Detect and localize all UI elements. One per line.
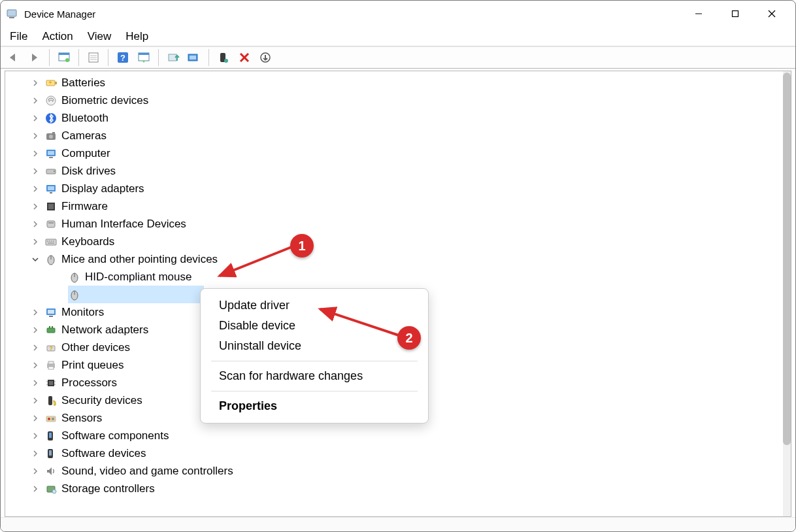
tree-item[interactable]: Software components bbox=[5, 427, 783, 444]
tree-item[interactable]: Display adapters bbox=[5, 180, 783, 197]
svg-rect-60 bbox=[49, 326, 50, 328]
chevron-right-icon[interactable] bbox=[30, 431, 41, 441]
chevron-right-icon[interactable] bbox=[30, 237, 41, 247]
svg-rect-48 bbox=[53, 241, 54, 242]
tree-item-label: Other devices bbox=[61, 339, 130, 356]
svg-rect-39 bbox=[50, 192, 52, 193]
cm-disable-device[interactable]: Disable device bbox=[201, 316, 428, 336]
show-hidden-button[interactable] bbox=[55, 48, 73, 67]
tree-item[interactable]: Bluetooth bbox=[5, 109, 783, 127]
help-button[interactable]: ? bbox=[114, 48, 132, 67]
tree-item[interactable]: Software devices bbox=[5, 444, 783, 462]
chevron-right-icon[interactable] bbox=[30, 360, 41, 371]
display-icon bbox=[44, 182, 58, 195]
chevron-right-icon[interactable] bbox=[30, 395, 41, 406]
svg-rect-45 bbox=[47, 241, 48, 242]
scan-hardware-button[interactable] bbox=[185, 48, 203, 67]
chevron-right-icon[interactable] bbox=[30, 113, 41, 124]
scrollbar[interactable] bbox=[783, 71, 791, 516]
cm-scan-hardware[interactable]: Scan for hardware changes bbox=[201, 366, 428, 386]
cm-properties[interactable]: Properties bbox=[201, 396, 428, 416]
tree-child-item[interactable]: HID-compliant mouse bbox=[5, 268, 783, 286]
chevron-right-icon[interactable] bbox=[30, 184, 41, 194]
tree-item[interactable]: Batteries bbox=[5, 74, 783, 91]
chevron-right-icon[interactable] bbox=[30, 95, 41, 106]
svg-rect-59 bbox=[47, 328, 55, 333]
svg-rect-44 bbox=[46, 239, 56, 245]
tree-item-label: Software components bbox=[61, 427, 169, 444]
uninstall-device-button[interactable] bbox=[235, 48, 254, 67]
svg-rect-33 bbox=[48, 151, 54, 155]
tree-item-label: Human Interface Devices bbox=[61, 215, 186, 233]
toolbar-separator bbox=[108, 49, 108, 66]
tree-item-label: Sensors bbox=[61, 409, 102, 427]
tree-item[interactable]: Firmware bbox=[5, 197, 783, 215]
chevron-right-icon[interactable] bbox=[30, 448, 41, 459]
svg-text:?: ? bbox=[49, 345, 53, 352]
chevron-right-icon[interactable] bbox=[30, 484, 41, 494]
keyboard-icon bbox=[44, 235, 58, 248]
svg-rect-58 bbox=[49, 316, 53, 317]
mouse-icon bbox=[68, 271, 81, 284]
cm-update-driver[interactable]: Update driver bbox=[201, 295, 428, 316]
svg-rect-65 bbox=[48, 361, 54, 364]
menu-action[interactable]: Action bbox=[42, 30, 73, 43]
tree-item[interactable]: Sound, video and game controllers bbox=[5, 462, 783, 480]
svg-rect-66 bbox=[48, 367, 54, 369]
chevron-right-icon[interactable] bbox=[30, 325, 41, 335]
chevron-right-icon[interactable] bbox=[30, 342, 41, 353]
tree-item[interactable]: Cameras bbox=[5, 127, 783, 144]
scrollbar-thumb[interactable] bbox=[783, 73, 791, 445]
chevron-right-icon[interactable] bbox=[30, 466, 41, 476]
svg-rect-47 bbox=[51, 241, 52, 242]
chevron-right-icon[interactable] bbox=[30, 131, 41, 141]
tree-item[interactable]: Keyboards bbox=[5, 233, 783, 250]
device-manager-window: Device Manager File Action View Help ? bbox=[0, 0, 796, 532]
minimize-button[interactable] bbox=[680, 1, 717, 27]
chevron-right-icon[interactable] bbox=[30, 166, 41, 176]
properties-button[interactable] bbox=[84, 48, 103, 67]
chevron-right-icon[interactable] bbox=[30, 307, 41, 318]
tree-item[interactable]: Storage controllers bbox=[5, 480, 783, 497]
svg-rect-41 bbox=[48, 204, 54, 209]
forward-button[interactable] bbox=[25, 48, 44, 67]
add-legacy-button[interactable] bbox=[256, 48, 274, 67]
cm-separator bbox=[211, 391, 418, 391]
chevron-down-icon[interactable] bbox=[30, 254, 41, 265]
svg-rect-57 bbox=[48, 310, 54, 314]
tree-item[interactable]: Biometric devices bbox=[5, 91, 783, 109]
options-button[interactable] bbox=[135, 48, 153, 67]
chevron-right-icon[interactable] bbox=[30, 148, 41, 159]
tree-item[interactable]: Computer bbox=[5, 144, 783, 162]
tree-item[interactable]: Mice and other pointing devices bbox=[5, 250, 783, 268]
enable-device-button[interactable] bbox=[214, 48, 233, 67]
tree-item-label: Bluetooth bbox=[61, 109, 108, 127]
svg-point-30 bbox=[49, 135, 53, 139]
tree-item[interactable]: Human Interface Devices bbox=[5, 215, 783, 233]
svg-point-21 bbox=[224, 59, 228, 63]
close-button[interactable] bbox=[754, 1, 790, 27]
update-driver-button[interactable] bbox=[164, 48, 182, 67]
chevron-right-icon[interactable] bbox=[30, 219, 41, 229]
chevron-right-icon[interactable] bbox=[30, 201, 41, 212]
maximize-button[interactable] bbox=[717, 1, 754, 27]
menu-view[interactable]: View bbox=[88, 30, 112, 43]
chevron-right-icon[interactable] bbox=[30, 78, 41, 88]
svg-rect-16 bbox=[139, 53, 149, 55]
menu-file[interactable]: File bbox=[10, 30, 27, 43]
tree-item-label: Disk drives bbox=[61, 162, 116, 180]
svg-point-27 bbox=[46, 96, 56, 105]
window-controls bbox=[680, 1, 790, 27]
tree-item-label: Sound, video and game controllers bbox=[61, 462, 233, 480]
menu-help[interactable]: Help bbox=[125, 30, 148, 43]
chevron-right-icon[interactable] bbox=[30, 378, 41, 388]
tree-item[interactable]: Disk drives bbox=[5, 162, 783, 180]
back-button[interactable] bbox=[5, 48, 23, 67]
cm-uninstall-device[interactable]: Uninstall device bbox=[201, 336, 428, 356]
svg-rect-42 bbox=[47, 221, 55, 227]
sensor-icon bbox=[44, 412, 58, 425]
toolbar-separator bbox=[49, 49, 50, 66]
disk-icon bbox=[44, 165, 58, 178]
chevron-right-icon[interactable] bbox=[30, 413, 41, 424]
computer-icon bbox=[44, 147, 58, 160]
